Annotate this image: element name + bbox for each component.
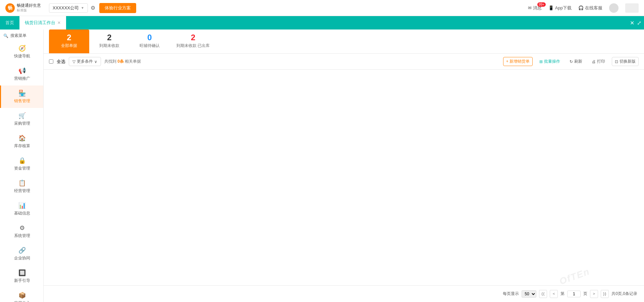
result-count: 0条	[117, 59, 124, 64]
switch-version-button[interactable]: ⊡ 切换新版	[612, 57, 639, 66]
app-download-label: App下载	[555, 5, 572, 11]
sidebar-item-appstore[interactable]: 📦 应用中心	[0, 288, 43, 302]
sidebar-item-basics[interactable]: 📊 基础信息	[0, 198, 43, 220]
marketing-icon: 📢	[18, 67, 26, 74]
filter-arrow-icon: ∨	[94, 59, 97, 64]
stat-overdue-shipped-num: 2	[176, 34, 210, 42]
page-input[interactable]	[567, 291, 581, 297]
tab-maximize-icon[interactable]: ⤢	[637, 20, 641, 26]
message-icon: ✉	[528, 5, 532, 10]
add-icon: + 新增销货单	[506, 59, 530, 64]
tab-work-bench[interactable]: 钱货日清工作台 ✕	[19, 16, 66, 29]
stat-tab-all[interactable]: 2 全部单据	[49, 29, 89, 53]
app-download-button[interactable]: 📱 App下载	[548, 5, 572, 11]
sidebar-item-label: 销售管理	[14, 98, 30, 104]
tab-bar-actions: ✕ ⤢	[630, 20, 644, 26]
page-label: 第	[560, 291, 565, 297]
content-area: 2 全部单据 2 到期未收款 0 旺辅待确认 2 到期未收款 已出库 全选	[44, 29, 644, 302]
logo-area: 畅 畅捷通好生意 标准版	[5, 3, 49, 13]
filter-label: 更多条件	[77, 59, 93, 64]
batch-operations-button[interactable]: ⊞ 批量操作	[537, 57, 563, 66]
sidebar-item-inventory[interactable]: 🏠 库存核算	[0, 130, 43, 153]
stats-tabs: 2 全部单据 2 到期未收款 0 旺辅待确认 2 到期未收款 已出库	[44, 29, 644, 54]
refresh-icon: ↻	[570, 59, 573, 64]
tab-home[interactable]: 首页	[0, 16, 19, 29]
online-service-label: 在线客服	[585, 5, 602, 11]
switch-icon: ⊡	[615, 59, 618, 64]
tab-close-window-icon[interactable]: ✕	[630, 20, 634, 26]
sidebar-item-label: 库存核算	[14, 143, 30, 149]
user-name-display[interactable]	[625, 3, 639, 13]
first-page-button[interactable]: ⟨⟨	[539, 290, 547, 298]
sidebar: 🔍 搜索菜单 🧭 快捷导航 📢 营销推广 🏪 销售管理 🛒 采购管理 🏠 库存核…	[0, 29, 44, 302]
stat-overdue-num: 2	[96, 34, 123, 42]
print-label: 打印	[597, 59, 605, 64]
refresh-button[interactable]: ↻ 刷新	[567, 57, 585, 66]
avatar[interactable]	[609, 3, 619, 13]
tab-home-label: 首页	[5, 20, 14, 26]
page-label-suffix: 页	[583, 291, 587, 297]
stat-overdue-label: 到期未收款	[96, 43, 123, 49]
batch-label: 批量操作	[544, 59, 560, 64]
sidebar-item-label: 采购管理	[14, 121, 30, 126]
result-prefix: 共找到	[104, 59, 116, 64]
shortcuts-icon: 🧭	[18, 45, 26, 52]
sidebar-item-guide[interactable]: 🔲 新手引导	[0, 265, 43, 288]
stat-tab-pending[interactable]: 0 旺辅待确认	[129, 29, 170, 53]
stat-all-label: 全部单据	[56, 43, 83, 49]
online-service-button[interactable]: 🎧 在线客服	[578, 5, 602, 11]
appstore-icon: 📦	[18, 292, 26, 299]
app-download-icon: 📱	[548, 5, 554, 10]
sidebar-item-label: 企业协同	[14, 255, 30, 261]
prev-page-button[interactable]: ＜	[550, 290, 558, 298]
sidebar-item-operations[interactable]: 📋 经营管理	[0, 175, 43, 198]
sidebar-item-finance[interactable]: 🔒 资金管理	[0, 153, 43, 175]
company-selector[interactable]: XXXXXX公司 ▼	[49, 3, 88, 13]
next-page-button[interactable]: ＞	[590, 290, 598, 298]
add-sale-button[interactable]: + 新增销货单	[503, 57, 533, 66]
last-page-button[interactable]: ⟩⟩	[601, 290, 609, 298]
result-text: 共找到 0条 相关单据	[104, 59, 141, 64]
app-name: 畅捷通好生意	[17, 3, 41, 8]
sidebar-item-marketing[interactable]: 📢 营销推广	[0, 63, 43, 85]
headset-icon: 🎧	[578, 5, 584, 10]
per-page-label: 每页显示	[503, 291, 519, 297]
sidebar-item-enterprise[interactable]: 🔗 企业协同	[0, 243, 43, 265]
stat-overdue-shipped-label: 到期未收款 已出库	[176, 43, 210, 49]
filter-icon: ▽	[72, 59, 75, 64]
sidebar-item-label: 新手引导	[14, 278, 30, 284]
filter-button[interactable]: ▽ 更多条件 ∨	[69, 57, 101, 66]
logo-text-block: 畅捷通好生意 标准版	[17, 3, 41, 13]
sidebar-item-label: 资金管理	[14, 166, 30, 171]
refresh-label: 刷新	[574, 59, 582, 64]
sidebar-item-label: 快捷导航	[14, 53, 30, 59]
sidebar-item-purchase[interactable]: 🛒 采购管理	[0, 108, 43, 130]
sidebar-item-system[interactable]: ⚙ 系统管理	[0, 220, 43, 243]
select-all-checkbox[interactable]	[49, 59, 53, 64]
print-button[interactable]: 🖨 打印	[589, 57, 608, 66]
toolbar: 全选 ▽ 更多条件 ∨ 共找到 0条 相关单据 + 新增销货单 ⊞	[44, 54, 644, 70]
inventory-icon: 🏠	[18, 134, 26, 142]
stat-tab-overdue-shipped[interactable]: 2 到期未收款 已出库	[170, 29, 216, 53]
tab-work-bench-label: 钱货日清工作台	[25, 20, 55, 26]
per-page-select[interactable]: 50	[522, 290, 536, 298]
stat-tab-overdue[interactable]: 2 到期未收款	[89, 29, 129, 53]
sidebar-item-sales[interactable]: 🏪 销售管理	[0, 85, 43, 108]
sidebar-item-label: 应用中心	[14, 300, 30, 302]
settings-icon[interactable]: ⚙	[91, 5, 95, 11]
basics-icon: 📊	[18, 202, 26, 209]
search-icon: 🔍	[3, 34, 8, 38]
main-layout: 🔍 搜索菜单 🧭 快捷导航 📢 营销推广 🏪 销售管理 🛒 采购管理 🏠 库存核…	[0, 29, 644, 302]
enterprise-icon: 🔗	[18, 247, 26, 254]
print-icon: 🖨	[592, 59, 596, 64]
sidebar-item-shortcuts[interactable]: 🧭 快捷导航	[0, 41, 43, 63]
operations-icon: 📋	[18, 179, 26, 187]
tab-close-icon[interactable]: ✕	[57, 20, 61, 25]
stat-pending-label: 旺辅待确认	[136, 43, 163, 49]
toolbar-left: 全选 ▽ 更多条件 ∨ 共找到 0条 相关单据	[49, 57, 499, 66]
table-area	[44, 70, 644, 285]
guide-icon: 🔲	[18, 269, 26, 277]
trial-button[interactable]: 体验行业方案	[99, 3, 136, 13]
sidebar-search[interactable]: 🔍 搜索菜单	[0, 29, 43, 41]
message-button[interactable]: ✉ 消息 99+	[528, 5, 542, 11]
